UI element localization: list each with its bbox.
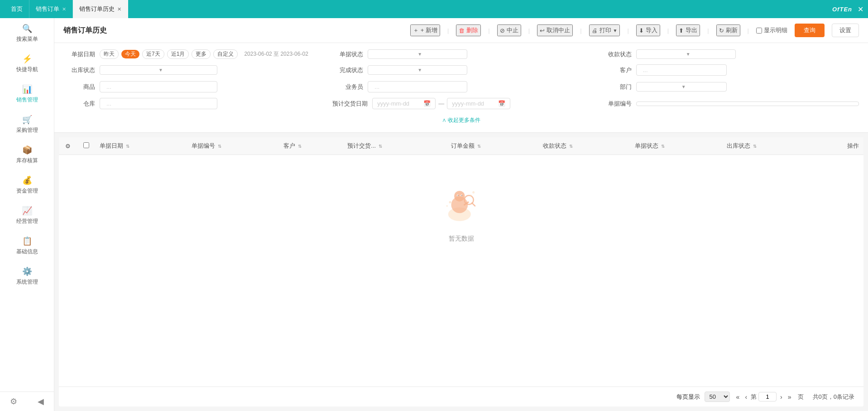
date-control: 昨天 今天 近7天 近1月 更多 自定义 2023-06-02 至 2023-0…: [100, 49, 308, 59]
sidebar-item-inventory[interactable]: 📦 库存核算: [0, 140, 54, 170]
sales-icon: 📊: [22, 84, 32, 94]
order-number-input[interactable]: [636, 102, 859, 106]
completion-status-arrow: ▼: [417, 68, 462, 73]
warehouse-dots[interactable]: ...: [106, 100, 111, 107]
date-yesterday[interactable]: 昨天: [100, 49, 119, 59]
prev-page-btn[interactable]: ‹: [743, 392, 749, 401]
stop-button[interactable]: ⊘ 中止: [497, 24, 521, 36]
tab-sales-order-history[interactable]: 销售订单历史 ✕: [73, 0, 128, 18]
th-settings[interactable]: ⚙: [59, 137, 77, 155]
customer-dots[interactable]: ...: [643, 67, 648, 73]
th-expected-delivery[interactable]: 预计交货... ⇅: [343, 137, 446, 155]
th-check[interactable]: [77, 137, 95, 155]
expected-date-to[interactable]: yyyy-mm-dd 📅: [447, 98, 510, 109]
filter-row-1: 单据日期 昨天 今天 近7天 近1月 更多 自定义 2023-06-02 至 2…: [63, 49, 859, 59]
th-payment-status[interactable]: 收款状态 ⇅: [538, 137, 630, 155]
filter-row-2: 出库状态 ▼ 完成状态 ▼ 客户: [63, 64, 859, 76]
sort-date-icon: ⇅: [126, 144, 129, 149]
sidebar-settings-icon[interactable]: ⚙: [10, 396, 17, 406]
new-button[interactable]: ＋ + 新增: [410, 24, 440, 36]
show-detail-checkbox-label[interactable]: 显示明细: [756, 26, 787, 34]
table-footer: 每页显示 50 20 100 « ‹ 第 › » 页 共0页，0条记录: [59, 387, 863, 406]
date-7days[interactable]: 近7天: [142, 49, 164, 59]
stop-icon: ⊘: [500, 27, 505, 34]
expected-date-label: 预计交货日期: [331, 100, 372, 108]
table-area: ⚙ 单据日期 ⇅ 单据编号 ⇅: [59, 137, 863, 406]
date-1month[interactable]: 近1月: [167, 49, 189, 59]
payment-status-select[interactable]: ▼: [636, 49, 736, 59]
expected-date-from[interactable]: yyyy-mm-dd 📅: [372, 98, 436, 109]
sidebar-item-purchase[interactable]: 🛒 采购管理: [0, 109, 54, 140]
warehouse-label: 仓库: [63, 100, 100, 108]
sidebar-item-sales[interactable]: 📊 销售管理: [0, 79, 54, 109]
completion-status-select[interactable]: ▼: [368, 65, 467, 75]
page-nav: « ‹ 第 › »: [734, 392, 793, 401]
sidebar-item-basic[interactable]: 📋 基础信息: [0, 231, 54, 261]
sidebar-item-operations[interactable]: 📈 经营管理: [0, 200, 54, 231]
date-more[interactable]: 更多: [192, 49, 211, 59]
customer-input[interactable]: ...: [636, 64, 727, 76]
department-arrow: ▼: [681, 84, 722, 89]
product-input[interactable]: ...: [100, 81, 217, 92]
filter-section-order-number: 单据编号: [600, 100, 859, 108]
query-button[interactable]: 查询: [795, 24, 825, 37]
settings-button[interactable]: 设置: [832, 24, 859, 37]
toolbar: ＋ + 新增 | 🗑 删除 | ⊘ 中止 | ↩ 取消中止 |: [410, 24, 859, 37]
th-amount[interactable]: 订单金额 ⇅: [446, 137, 538, 155]
sidebar-item-finance[interactable]: 💰 资金管理: [0, 170, 54, 200]
sidebar-label-inventory: 库存核算: [16, 157, 38, 164]
th-customer[interactable]: 客户 ⇅: [279, 137, 343, 155]
sidebar-item-system[interactable]: ⚙️ 系统管理: [0, 261, 54, 291]
th-number[interactable]: 单据编号 ⇅: [187, 137, 279, 155]
salesperson-input[interactable]: ...: [368, 81, 467, 92]
sidebar-item-quick-nav[interactable]: ⚡ 快捷导航: [0, 48, 54, 79]
page-size-select[interactable]: 50 20 100: [705, 392, 730, 402]
sort-payment-icon: ⇅: [569, 144, 573, 149]
cancel-stop-button[interactable]: ↩ 取消中止: [537, 24, 573, 36]
show-detail-checkbox[interactable]: [756, 28, 762, 34]
warehouse-input[interactable]: ...: [100, 98, 217, 109]
th-delivery-status[interactable]: 出库状态 ⇅: [722, 137, 814, 155]
page-number-input[interactable]: [758, 392, 777, 401]
window-close-btn[interactable]: ✕: [858, 5, 863, 14]
export-button[interactable]: ⬆ 导出: [676, 24, 700, 36]
sidebar-item-search[interactable]: 🔍 搜索菜单: [0, 18, 54, 48]
collapse-bar[interactable]: ∧ 收起更多条件: [63, 115, 859, 126]
date-today[interactable]: 今天: [121, 50, 139, 58]
filter-section-department: 部门 ▼: [600, 82, 859, 92]
product-dots[interactable]: ...: [106, 83, 111, 90]
sort-delivery-status-icon: ⇅: [753, 144, 757, 149]
total-text: 共0页，0条记录: [813, 393, 854, 401]
select-all-checkbox[interactable]: [83, 142, 89, 148]
order-status-label: 单据状态: [331, 50, 368, 58]
delete-button[interactable]: 🗑 删除: [456, 24, 481, 36]
empty-illustration: [439, 182, 484, 227]
print-button[interactable]: 🖨 打印 ▼: [589, 24, 620, 36]
first-page-btn[interactable]: «: [734, 392, 742, 401]
last-page-btn[interactable]: »: [786, 392, 793, 401]
sidebar-collapse-icon[interactable]: ◀: [38, 396, 44, 406]
th-order-status[interactable]: 单据状态 ⇅: [630, 137, 722, 155]
payment-status-label: 收款状态: [600, 50, 636, 58]
data-table: ⚙ 单据日期 ⇅ 单据编号 ⇅: [59, 137, 863, 155]
next-page-btn[interactable]: ›: [778, 392, 784, 401]
tab-sales-order[interactable]: 销售订单 ✕: [29, 0, 73, 18]
tab-sales-order-history-close[interactable]: ✕: [117, 6, 121, 12]
export-icon: ⬆: [679, 27, 684, 34]
filter-row-4: 仓库 ... 预计交货日期 yyyy-mm-dd 📅 —: [63, 98, 859, 109]
tab-home[interactable]: 首页: [5, 0, 29, 18]
th-date[interactable]: 单据日期 ⇅: [95, 137, 187, 155]
order-number-label: 单据编号: [600, 100, 636, 108]
salesperson-dots[interactable]: ...: [374, 83, 379, 90]
department-select[interactable]: ▼: [636, 82, 727, 92]
date-range-text: 2023-06-02 至 2023-06-02: [244, 50, 308, 58]
svg-point-11: [446, 205, 447, 207]
import-button[interactable]: ⬇ 导入: [636, 24, 660, 36]
delivery-status-select[interactable]: ▼: [100, 65, 217, 75]
refresh-button[interactable]: ↻ 刷新: [716, 24, 740, 36]
order-status-select[interactable]: ▼: [368, 49, 467, 59]
svg-line-8: [472, 203, 475, 206]
date-custom[interactable]: 自定义: [213, 49, 238, 59]
print-dropdown-icon: ▼: [613, 28, 618, 33]
tab-sales-order-close[interactable]: ✕: [62, 6, 66, 12]
